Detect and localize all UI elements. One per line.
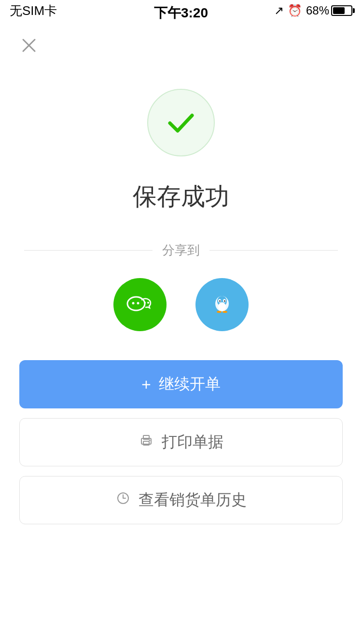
continue-order-button[interactable]: + 继续开单	[19, 360, 343, 408]
history-label: 查看销货单历史	[139, 490, 247, 511]
status-right: ↗ ⏰ 68%	[274, 4, 352, 17]
success-section: 保存成功	[0, 60, 362, 242]
print-label: 打印单据	[162, 432, 223, 453]
print-icon	[139, 433, 154, 452]
status-left: 无SIM卡	[10, 2, 61, 19]
battery-icon	[331, 5, 352, 16]
history-icon	[115, 490, 131, 510]
svg-point-6	[147, 302, 149, 304]
svg-point-12	[224, 300, 225, 302]
wechat-share-button[interactable]	[113, 278, 167, 331]
share-icons	[24, 278, 338, 331]
svg-point-16	[218, 302, 226, 311]
alarm-icon: ⏰	[288, 4, 302, 17]
success-circle	[147, 89, 215, 156]
action-buttons: + 继续开单 打印单据 查看销货单历史	[0, 360, 362, 524]
print-button[interactable]: 打印单据	[19, 418, 343, 466]
success-title: 保存成功	[133, 181, 229, 213]
time-display: 下午3:20	[154, 4, 208, 22]
share-label: 分享到	[162, 242, 200, 259]
close-button[interactable]	[14, 31, 43, 60]
battery-fill	[333, 7, 345, 14]
svg-point-3	[132, 302, 135, 305]
svg-point-14	[217, 311, 222, 313]
svg-point-20	[149, 440, 151, 441]
svg-point-15	[223, 311, 227, 313]
share-section: 分享到	[0, 242, 362, 360]
location-icon: ↗	[274, 4, 284, 17]
page-content: 保存成功 分享到	[0, 21, 362, 644]
carrier-text: 无SIM卡	[10, 2, 57, 19]
battery-container: 68%	[306, 4, 352, 17]
view-history-button[interactable]: 查看销货单历史	[19, 476, 343, 524]
plus-icon: +	[141, 375, 151, 394]
status-bar: 无SIM卡 下午3:20 ↗ ⏰ 68%	[0, 0, 362, 21]
share-divider: 分享到	[24, 242, 338, 259]
qq-share-button[interactable]	[195, 278, 249, 331]
svg-point-5	[144, 302, 146, 304]
continue-order-label: 继续开单	[159, 374, 221, 395]
battery-percentage: 68%	[306, 4, 329, 17]
svg-point-11	[219, 300, 221, 302]
svg-point-4	[137, 302, 139, 305]
